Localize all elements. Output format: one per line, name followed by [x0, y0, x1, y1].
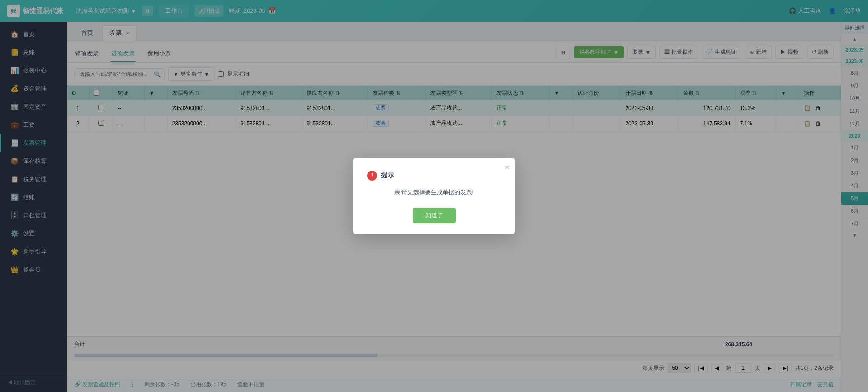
modal-title: 提示 — [381, 171, 394, 180]
modal-ok-btn[interactable]: 知道了 — [413, 208, 456, 223]
modal-overlay: × ! 提示 亲,请先选择要生成单据的发票! 知道了 — [0, 0, 868, 392]
modal-message: 亲,请先选择要生成单据的发票! — [367, 188, 501, 197]
alert-modal: × ! 提示 亲,请先选择要生成单据的发票! 知道了 — [353, 158, 515, 234]
modal-close-btn[interactable]: × — [505, 163, 509, 172]
modal-title-row: ! 提示 — [367, 171, 501, 181]
warning-icon: ! — [367, 171, 377, 181]
